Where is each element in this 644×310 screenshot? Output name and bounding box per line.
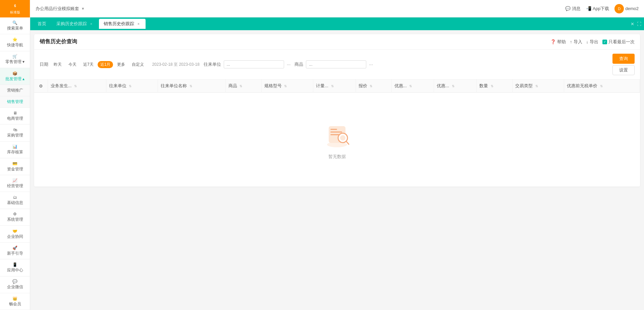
svg-point-9 bbox=[340, 135, 345, 141]
sidebar-sub-item-marketing[interactable]: 营销推广 bbox=[0, 85, 30, 96]
date-option-today[interactable]: 今天 bbox=[66, 61, 79, 68]
sidebar-item-purchase-mgmt[interactable]: 🛍 采购管理 bbox=[0, 124, 30, 141]
table-col-discount1[interactable]: 优惠... ⇅ bbox=[391, 80, 434, 93]
topbar-title: 办公用品行业模拟账套 bbox=[36, 6, 79, 12]
sidebar-item-enterprise-wechat[interactable]: 💬 企业微信 bbox=[0, 276, 30, 293]
table-col-partner-code[interactable]: 往来单位 ⇅ bbox=[106, 80, 158, 93]
product-input[interactable] bbox=[306, 60, 366, 68]
sidebar-item-label: 零售管理 ▾ bbox=[5, 59, 24, 65]
partner-filter-label: 往来单位 bbox=[204, 61, 221, 67]
message-button[interactable]: 💬 消息 bbox=[565, 6, 581, 12]
empty-illustration bbox=[322, 119, 352, 150]
tab-sales-history[interactable]: 销售历史价跟踪 × bbox=[99, 19, 146, 29]
main-content: 办公用品行业模拟账套 ▾ 💬 消息 📲 App下载 D demo2 首页 采购历… bbox=[30, 0, 644, 310]
date-filter-group: 日期 昨天 今天 近7天 近1月 更多 自定义 bbox=[40, 61, 147, 68]
sidebar-item-search-menu[interactable]: 🔍 搜索菜单 bbox=[0, 17, 30, 34]
date-option-yesterday[interactable]: 昨天 bbox=[51, 61, 64, 68]
sidebar-item-app-center[interactable]: 📱 应用中心 bbox=[0, 259, 30, 276]
topbar-left: 办公用品行业模拟账套 ▾ bbox=[36, 6, 84, 12]
tab-purchase-history-close[interactable]: × bbox=[89, 21, 94, 26]
sidebar-item-label: 企业协同 bbox=[7, 234, 23, 240]
sidebar-item-ecommerce-mgmt[interactable]: 🖥 电商管理 bbox=[0, 108, 30, 124]
sidebar-sub-label: 销售管理 bbox=[7, 99, 23, 105]
retail-mgmt-icon: 🛒 bbox=[12, 54, 17, 59]
table-col-business-date[interactable]: 业务发生... ⇅ bbox=[48, 80, 106, 93]
date-option-7days[interactable]: 近7天 bbox=[80, 61, 96, 68]
date-option-more[interactable]: 更多 bbox=[114, 61, 128, 68]
sidebar-item-quick-nav[interactable]: ⭐ 快捷导航 bbox=[0, 34, 30, 51]
sidebar-item-label: 应用中心 bbox=[7, 268, 23, 273]
sidebar-item-retail-mgmt[interactable]: 🛒 零售管理 ▾ bbox=[0, 51, 30, 68]
sidebar-item-finance-mgmt[interactable]: 💳 资金管理 bbox=[0, 158, 30, 175]
partner-filter-group: 往来单位 ··· bbox=[204, 60, 291, 68]
import-icon: ↑ bbox=[570, 39, 572, 44]
finance-icon: 💳 bbox=[12, 161, 17, 166]
sidebar-item-label: 企业微信 bbox=[7, 285, 23, 290]
sidebar-item-beginner-guide[interactable]: 🚀 新手引导 bbox=[0, 243, 30, 259]
user-menu[interactable]: D demo2 bbox=[614, 4, 639, 13]
logo-text: 标准版 bbox=[10, 10, 20, 15]
table-col-pre-tax-price[interactable]: 优惠前无税单价 ⇅ bbox=[564, 80, 640, 93]
tab-home[interactable]: 首页 bbox=[33, 19, 51, 29]
sidebar-item-enterprise-agreement[interactable]: 🤝 企业协同 bbox=[0, 226, 30, 243]
message-label: 消息 bbox=[572, 6, 581, 12]
export-button[interactable]: ↓ 导出 bbox=[586, 39, 599, 45]
sidebar-item-basic-info[interactable]: 🗂 基础信息 bbox=[0, 192, 30, 209]
sidebar-sub-item-sales-mgmt[interactable]: 销售管理 bbox=[0, 96, 30, 108]
header-actions: ❓ 帮助 ↑ 导入 ↓ 导出 ✓ 只看最后一次 bbox=[550, 39, 635, 45]
table-col-quote[interactable]: 报价 ⇅ bbox=[356, 80, 391, 93]
product-more-icon[interactable]: ··· bbox=[369, 62, 373, 67]
app-download-label: App下载 bbox=[593, 6, 609, 12]
expand-window-button[interactable]: ⛶ bbox=[637, 21, 641, 27]
partner-input[interactable] bbox=[224, 60, 284, 68]
import-button[interactable]: ↑ 导入 bbox=[570, 39, 582, 45]
tab-purchase-history[interactable]: 采购历史价跟踪 × bbox=[52, 19, 98, 29]
sidebar-item-wholesale-mgmt[interactable]: 📦 批发管理 ▴ bbox=[0, 68, 30, 85]
sidebar-item-label: 经营管理 bbox=[7, 184, 23, 189]
table-col-settings[interactable]: ⚙ bbox=[34, 80, 48, 93]
settings-button[interactable]: 设置 bbox=[612, 65, 635, 75]
close-all-tabs-button[interactable]: ✕ bbox=[631, 21, 634, 27]
main-card: 销售历史价查询 ❓ 帮助 ↑ 导入 ↓ 导出 ✓ bbox=[34, 34, 640, 187]
sidebar-item-label: 系统管理 bbox=[7, 217, 23, 222]
table-col-product[interactable]: 商品 ⇅ bbox=[225, 80, 261, 93]
user-avatar: D bbox=[614, 4, 624, 13]
system-icon: ⚙ bbox=[13, 212, 17, 216]
sidebar-item-system-mgmt[interactable]: ⚙ 系统管理 bbox=[0, 209, 30, 226]
product-filter-label: 商品 bbox=[294, 61, 303, 67]
sidebar-item-operations-mgmt[interactable]: 📈 经营管理 bbox=[0, 175, 30, 192]
topbar: 办公用品行业模拟账套 ▾ 💬 消息 📲 App下载 D demo2 bbox=[30, 0, 644, 17]
tab-sales-history-close[interactable]: × bbox=[136, 21, 141, 26]
date-range-group: 2023-02-18 至 2023-03-18 bbox=[151, 62, 199, 67]
partner-more-icon[interactable]: ··· bbox=[287, 62, 291, 67]
filter-bar: 日期 昨天 今天 近7天 近1月 更多 自定义 2023-02-18 至 202… bbox=[34, 50, 640, 80]
sidebar-item-label: 批发管理 ▴ bbox=[5, 76, 24, 82]
query-button[interactable]: 查询 bbox=[612, 54, 635, 64]
topbar-dropdown-icon[interactable]: ▾ bbox=[82, 6, 84, 11]
tab-bar: 首页 采购历史价跟踪 × 销售历史价跟踪 × ✕ ⛶ bbox=[30, 17, 644, 30]
tab-purchase-history-label: 采购历史价跟踪 bbox=[56, 21, 87, 27]
table-col-discount2[interactable]: 优惠... ⇅ bbox=[434, 80, 477, 93]
app-download-button[interactable]: 📲 App下载 bbox=[586, 6, 609, 12]
table-col-spec[interactable]: 规格型号 ⇅ bbox=[261, 80, 313, 93]
table-col-unit[interactable]: 计量... ⇅ bbox=[313, 80, 356, 93]
empty-state: 暂无数据 bbox=[34, 93, 640, 187]
date-option-custom[interactable]: 自定义 bbox=[129, 61, 147, 68]
table-col-trade-type[interactable]: 交易类型 ⇅ bbox=[513, 80, 564, 93]
enterprise-agreement-icon: 🤝 bbox=[12, 229, 17, 234]
sidebar-item-label: 新手引导 bbox=[7, 251, 23, 256]
sidebar-sub-label: 营销推广 bbox=[7, 88, 23, 93]
help-button[interactable]: ❓ 帮助 bbox=[550, 39, 566, 45]
table-col-quantity[interactable]: 数量 ⇅ bbox=[477, 80, 513, 93]
search-menu-icon: 🔍 bbox=[12, 20, 17, 25]
tab-home-label: 首页 bbox=[38, 21, 46, 27]
sidebar-item-member[interactable]: 👑 畅会员 bbox=[0, 293, 30, 310]
page-header: 销售历史价查询 ❓ 帮助 ↑ 导入 ↓ 导出 ✓ bbox=[34, 34, 640, 50]
sidebar-item-inventory-check[interactable]: 📊 库存核算 bbox=[0, 142, 30, 158]
only-last-checkbox[interactable]: ✓ 只看最后一次 bbox=[602, 39, 635, 45]
date-option-1month[interactable]: 近1月 bbox=[98, 61, 113, 68]
table-col-partner-name[interactable]: 往来单位名称 ⇅ bbox=[158, 80, 225, 93]
inventory-icon: 📊 bbox=[12, 144, 17, 149]
svg-text:6: 6 bbox=[14, 4, 16, 8]
purchase-icon: 🛍 bbox=[13, 127, 17, 132]
